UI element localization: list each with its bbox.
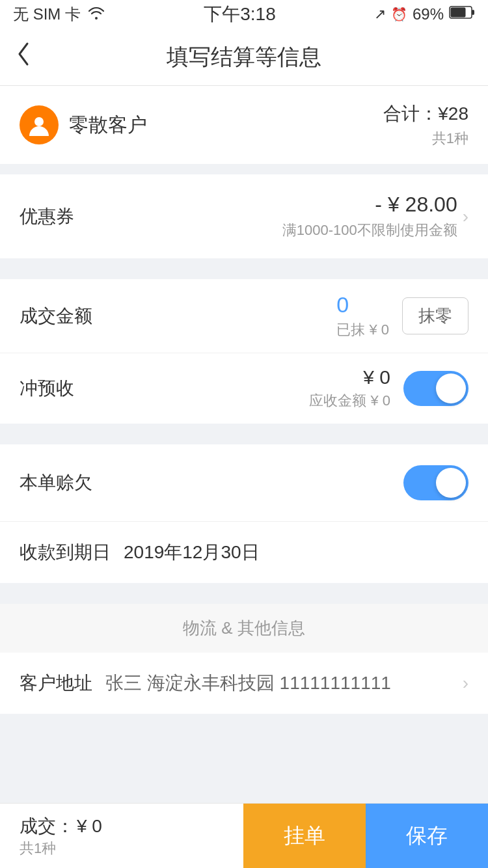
bottom-count: 共1种 bbox=[20, 839, 224, 858]
prepay-label: 冲预收 bbox=[20, 376, 74, 401]
wifi-icon bbox=[87, 5, 105, 23]
prepay-receivable: 应收金额 ¥ 0 bbox=[309, 391, 390, 411]
address-value: 张三 海淀永丰科技园 11111111111 bbox=[105, 671, 457, 696]
customer-right: 合计：¥28 共1种 bbox=[383, 102, 468, 148]
customer-left: 零散客户 bbox=[20, 105, 147, 144]
svg-rect-1 bbox=[472, 10, 474, 15]
transaction-value: 0 bbox=[336, 292, 389, 318]
save-button[interactable]: 保存 bbox=[366, 804, 488, 868]
total-count: 共1种 bbox=[383, 129, 468, 148]
coupon-discount: - ¥ 28.00 bbox=[282, 193, 457, 217]
prepay-values: ¥ 0 应收金额 ¥ 0 bbox=[309, 366, 390, 411]
coupon-desc: 满1000-100不限制使用金额 bbox=[282, 221, 457, 240]
address-section[interactable]: 客户地址 张三 海淀永丰科技园 11111111111 › bbox=[0, 653, 488, 714]
credit-row: 本单赊欠 bbox=[0, 444, 488, 521]
credit-section: 本单赊欠 收款到期日 2019年12月30日 bbox=[0, 444, 488, 583]
hold-button[interactable]: 挂单 bbox=[243, 804, 366, 868]
status-right: ↗ ⏰ 69% bbox=[374, 5, 475, 23]
coupon-chevron-icon: › bbox=[463, 206, 468, 227]
transaction-values: 0 已抹 ¥ 0 bbox=[336, 292, 389, 340]
bottom-transaction-amount: ¥ 0 bbox=[77, 816, 102, 837]
coupon-label: 优惠券 bbox=[20, 204, 74, 229]
location-icon: ↗ bbox=[374, 6, 386, 23]
due-content: 收款到期日 2019年12月30日 bbox=[20, 540, 468, 565]
due-date-value: 2019年12月30日 bbox=[124, 540, 260, 565]
due-date-row: 收款到期日 2019年12月30日 bbox=[0, 521, 488, 583]
divider-2 bbox=[0, 434, 488, 444]
credit-label: 本单赊欠 bbox=[20, 470, 92, 495]
transaction-section: 成交金额 0 已抹 ¥ 0 抹零 冲预收 ¥ 0 应收金额 ¥ 0 bbox=[0, 279, 488, 424]
total-amount: 合计：¥28 bbox=[383, 102, 468, 126]
transaction-sub: 已抹 ¥ 0 bbox=[336, 320, 389, 340]
no-sim-text: 无 SIM 卡 bbox=[13, 4, 81, 25]
back-button[interactable] bbox=[16, 41, 31, 73]
customer-name: 零散客户 bbox=[69, 112, 147, 139]
coupon-section[interactable]: 优惠券 - ¥ 28.00 满1000-100不限制使用金额 › bbox=[0, 174, 488, 258]
due-date-label: 收款到期日 bbox=[20, 540, 111, 565]
status-time: 下午3:18 bbox=[204, 2, 276, 27]
logistics-title: 物流 & 其他信息 bbox=[183, 618, 305, 638]
divider-3 bbox=[0, 593, 488, 604]
status-bar: 无 SIM 卡 下午3:18 ↗ ⏰ 69% bbox=[0, 0, 488, 29]
bottom-transaction-row: 成交： ¥ 0 bbox=[20, 814, 224, 839]
credit-toggle[interactable] bbox=[403, 465, 468, 500]
customer-section: 零散客户 合计：¥28 共1种 bbox=[0, 86, 488, 164]
svg-rect-2 bbox=[451, 8, 466, 18]
bottom-info: 成交： ¥ 0 共1种 bbox=[0, 804, 243, 868]
toggle-knob bbox=[436, 373, 466, 403]
credit-toggle-knob bbox=[436, 468, 466, 498]
transaction-label: 成交金额 bbox=[20, 304, 92, 329]
prepay-row: 冲预收 ¥ 0 应收金额 ¥ 0 bbox=[0, 353, 488, 424]
address-content: 客户地址 张三 海淀永丰科技园 11111111111 bbox=[20, 671, 457, 696]
prepay-amount: ¥ 0 bbox=[309, 366, 390, 388]
address-chevron-icon: › bbox=[463, 673, 468, 694]
prepay-toggle[interactable] bbox=[403, 371, 468, 406]
transaction-right: 0 已抹 ¥ 0 抹零 bbox=[336, 292, 468, 340]
logistics-header: 物流 & 其他信息 bbox=[0, 604, 488, 653]
customer-avatar bbox=[20, 105, 59, 144]
address-row[interactable]: 客户地址 张三 海淀永丰科技园 11111111111 › bbox=[0, 653, 488, 714]
coupon-right: - ¥ 28.00 满1000-100不限制使用金额 › bbox=[282, 193, 468, 240]
divider-1 bbox=[0, 269, 488, 279]
bottom-transaction-label: 成交： bbox=[20, 814, 74, 839]
battery-icon bbox=[449, 5, 475, 23]
address-label: 客户地址 bbox=[20, 671, 92, 696]
status-left: 无 SIM 卡 bbox=[13, 4, 105, 25]
save-button-label: 保存 bbox=[406, 822, 448, 850]
bottom-bar: 成交： ¥ 0 共1种 挂单 保存 bbox=[0, 803, 488, 868]
battery-text: 69% bbox=[413, 5, 444, 23]
nav-bar: 填写结算等信息 bbox=[0, 29, 488, 86]
coupon-row[interactable]: 优惠券 - ¥ 28.00 满1000-100不限制使用金额 › bbox=[0, 174, 488, 258]
coupon-values: - ¥ 28.00 满1000-100不限制使用金额 bbox=[282, 193, 457, 240]
customer-row: 零散客户 合计：¥28 共1种 bbox=[0, 86, 488, 164]
page-title: 填写结算等信息 bbox=[167, 42, 321, 72]
prepay-right: ¥ 0 应收金额 ¥ 0 bbox=[309, 366, 468, 411]
transaction-amount-row: 成交金额 0 已抹 ¥ 0 抹零 bbox=[0, 279, 488, 353]
hold-button-label: 挂单 bbox=[284, 822, 325, 850]
svg-point-3 bbox=[34, 117, 44, 126]
alarm-icon: ⏰ bbox=[391, 7, 407, 22]
round-down-button[interactable]: 抹零 bbox=[402, 297, 468, 334]
